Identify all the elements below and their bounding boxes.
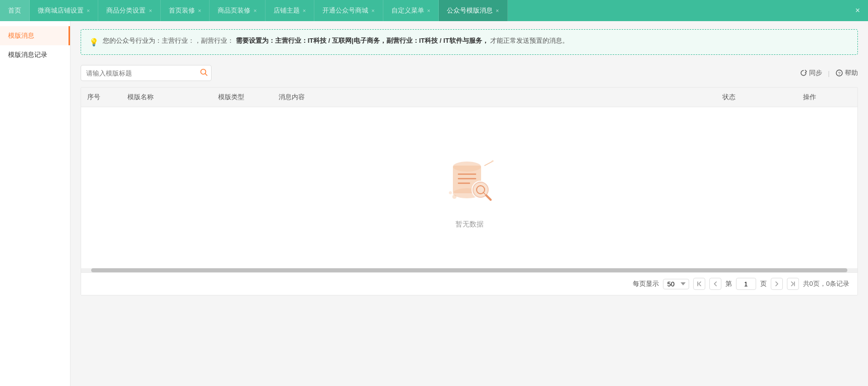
help-label: 帮助 bbox=[845, 68, 858, 78]
svg-line-1 bbox=[206, 74, 208, 76]
sidebar: 模版消息 模版消息记录 bbox=[0, 21, 71, 386]
empty-text: 暂无数据 bbox=[455, 220, 484, 229]
sync-label: 同步 bbox=[809, 68, 822, 78]
first-page-icon bbox=[696, 281, 702, 287]
nav-tab-category[interactable]: 商品分类设置 × bbox=[98, 0, 160, 21]
table-header: 序号 模版名称 模版类型 消息内容 状态 操作 bbox=[81, 88, 857, 107]
page-size-select[interactable]: 10 20 50 100 bbox=[663, 279, 689, 289]
pagination: 每页显示 10 20 50 100 bbox=[81, 272, 857, 295]
toolbar-divider: | bbox=[828, 69, 830, 77]
sidebar-item-template-msg[interactable]: 模版消息 bbox=[0, 26, 70, 45]
search-input[interactable] bbox=[81, 65, 212, 81]
bulb-icon: 💡 bbox=[89, 36, 99, 48]
svg-line-12 bbox=[486, 195, 491, 200]
svg-point-18 bbox=[492, 160, 494, 162]
first-page-button[interactable] bbox=[693, 278, 705, 290]
help-button[interactable]: ? 帮助 bbox=[836, 68, 858, 78]
notice-highlight: 需要设置为：主营行业：IT科技 / 互联网|电子商务，副营行业：IT科技 / I… bbox=[236, 37, 489, 44]
page-suffix: 页 bbox=[760, 279, 767, 288]
nav-tab-template-label: 公众号模版消息 bbox=[447, 6, 493, 15]
search-area: 同步 | ? 帮助 bbox=[81, 65, 858, 81]
nav-tab-template-msg[interactable]: 公众号模版消息 × bbox=[439, 0, 507, 21]
table-body-empty: 暂无数据 bbox=[81, 107, 857, 268]
next-page-button[interactable] bbox=[771, 278, 783, 290]
nav-tab-home[interactable]: 首页 bbox=[0, 0, 30, 21]
search-input-wrap bbox=[81, 65, 212, 81]
nav-tab-custom-menu[interactable]: 自定义菜单 × bbox=[383, 0, 439, 21]
help-icon: ? bbox=[836, 69, 843, 76]
notice-suffix: 才能正常发送预置的消息。 bbox=[490, 37, 569, 44]
sidebar-item-template-record[interactable]: 模版消息记录 bbox=[0, 45, 70, 64]
notice-text: 您的公众号行业为：主营行业：，副营行业： 需要设置为：主营行业：IT科技 / 互… bbox=[103, 36, 569, 46]
nav-tab-wsc-label: 微商城店铺设置 bbox=[38, 6, 84, 15]
close-template-icon[interactable]: × bbox=[496, 8, 499, 14]
nav-tab-homepage-decor[interactable]: 首页装修 × bbox=[161, 0, 210, 21]
toolbar-right: 同步 | ? 帮助 bbox=[800, 68, 858, 78]
close-category-icon[interactable]: × bbox=[149, 8, 152, 14]
total-records: 共0页，0条记录 bbox=[803, 279, 849, 288]
sidebar-template-record-label: 模版消息记录 bbox=[8, 51, 47, 58]
global-close-button[interactable]: × bbox=[847, 6, 868, 15]
nav-tab-category-label: 商品分类设置 bbox=[106, 6, 146, 15]
sync-icon bbox=[800, 69, 807, 76]
sync-button[interactable]: 同步 bbox=[800, 68, 822, 78]
nav-tab-home-label: 首页 bbox=[8, 6, 21, 15]
nav-tab-product-decor[interactable]: 商品页装修 × bbox=[210, 0, 265, 21]
close-wsc-settings-icon[interactable]: × bbox=[87, 8, 90, 14]
main-layout: 模版消息 模版消息记录 💡 您的公众号行业为：主营行业：，副营行业： 需要设置为… bbox=[0, 21, 868, 386]
svg-point-16 bbox=[449, 191, 452, 194]
sidebar-template-msg-label: 模版消息 bbox=[8, 32, 34, 39]
nav-tab-menu-label: 自定义菜单 bbox=[391, 6, 424, 15]
svg-line-17 bbox=[485, 162, 492, 166]
col-actions: 操作 bbox=[797, 88, 857, 107]
svg-point-15 bbox=[452, 195, 456, 199]
empty-illustration bbox=[439, 151, 500, 212]
page-number-input[interactable] bbox=[736, 278, 756, 290]
table-scrollbar[interactable] bbox=[81, 268, 857, 272]
nav-tab-product-label: 商品页装修 bbox=[218, 6, 250, 15]
nav-tab-theme-label: 店铺主题 bbox=[274, 6, 300, 15]
top-nav: 首页 微商城店铺设置 × 商品分类设置 × 首页装修 × 商品页装修 × 店铺主… bbox=[0, 0, 868, 21]
scrollbar-thumb[interactable] bbox=[91, 268, 847, 272]
search-button[interactable] bbox=[200, 68, 208, 78]
nav-tab-mall-label: 开通公众号商城 bbox=[322, 6, 368, 15]
prev-page-button[interactable] bbox=[709, 278, 721, 290]
nav-tab-store-theme[interactable]: 店铺主题 × bbox=[265, 0, 314, 21]
col-status: 状态 bbox=[716, 88, 797, 107]
notice-banner: 💡 您的公众号行业为：主营行业：，副营行业： 需要设置为：主营行业：IT科技 /… bbox=[81, 29, 858, 55]
nav-tab-wsc-settings[interactable]: 微商城店铺设置 × bbox=[30, 0, 98, 21]
prev-page-icon bbox=[712, 281, 718, 287]
col-content: 消息内容 bbox=[273, 88, 716, 107]
last-page-button[interactable] bbox=[787, 278, 799, 290]
col-seq: 序号 bbox=[81, 88, 121, 107]
close-mall-icon[interactable]: × bbox=[371, 8, 374, 14]
close-theme-icon[interactable]: × bbox=[303, 8, 306, 14]
svg-text:?: ? bbox=[838, 71, 840, 76]
content-area: 💡 您的公众号行业为：主营行业：，副营行业： 需要设置为：主营行业：IT科技 /… bbox=[71, 21, 868, 386]
close-product-icon[interactable]: × bbox=[253, 8, 256, 14]
col-type: 模版类型 bbox=[212, 88, 273, 107]
next-page-icon bbox=[774, 281, 780, 287]
nav-tab-open-mall[interactable]: 开通公众号商城 × bbox=[314, 0, 383, 21]
nav-tab-homepage-label: 首页装修 bbox=[169, 6, 195, 15]
last-page-icon bbox=[790, 281, 796, 287]
notice-prefix: 您的公众号行业为：主营行业：，副营行业： bbox=[103, 37, 234, 44]
close-menu-icon[interactable]: × bbox=[427, 8, 430, 14]
col-name: 模版名称 bbox=[121, 88, 212, 107]
page-label: 第 bbox=[725, 279, 732, 288]
close-homepage-icon[interactable]: × bbox=[198, 8, 201, 14]
data-table: 序号 模版名称 模版类型 消息内容 状态 操作 bbox=[81, 87, 858, 295]
page-size-label: 每页显示 bbox=[633, 279, 659, 288]
